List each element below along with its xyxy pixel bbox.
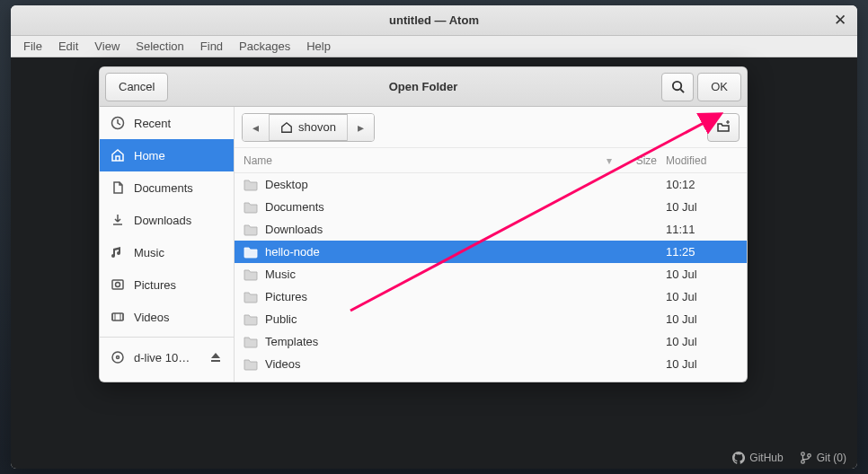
main-pane: ◂ shovon ▸ — [235, 107, 747, 382]
folder-icon — [244, 246, 258, 259]
menu-selection[interactable]: Selection — [128, 37, 190, 56]
sidebar-item-music[interactable]: Music — [100, 236, 234, 268]
close-icon[interactable]: ✕ — [834, 11, 846, 30]
file-row[interactable]: Music10 Jul — [235, 263, 747, 285]
folder-icon — [244, 268, 258, 281]
breadcrumb-current[interactable]: shovon — [270, 114, 347, 141]
file-row[interactable]: Templates10 Jul — [235, 330, 747, 353]
file-modified: 11:11 — [666, 223, 738, 236]
sidebar-item-volume[interactable]: d-live 10… — [100, 341, 234, 373]
file-row[interactable]: Downloads11:11 — [235, 218, 747, 241]
status-git-label: Git (0) — [817, 452, 846, 464]
file-modified: 10 Jul — [666, 290, 738, 303]
sidebar-item-label: d-live 10… — [134, 351, 190, 364]
folder-icon — [244, 358, 258, 371]
home-icon — [280, 121, 293, 134]
videos-icon — [111, 310, 125, 324]
file-name: Music — [265, 268, 296, 281]
sidebar-separator — [100, 337, 234, 338]
dialog-header: Cancel Open Folder OK — [100, 67, 747, 107]
sidebar-item-pictures[interactable]: Pictures — [100, 268, 234, 301]
folder-icon — [244, 291, 258, 303]
sidebar-item-home[interactable]: Home — [100, 139, 234, 171]
list-header: Name▾ Size Modified — [235, 148, 747, 173]
file-modified: 10:12 — [666, 178, 738, 191]
clock-icon — [111, 116, 125, 130]
path-nav: ◂ shovon ▸ — [242, 113, 375, 142]
status-github[interactable]: GitHub — [732, 452, 783, 464]
titlebar-title: untitled — Atom — [389, 13, 479, 27]
sidebar-item-downloads[interactable]: Downloads — [100, 204, 234, 236]
nav-forward-button[interactable]: ▸ — [347, 114, 374, 141]
svg-rect-5 — [112, 313, 123, 320]
editor-area: Cancel Open Folder OK Recent — [11, 57, 857, 447]
search-button[interactable] — [661, 73, 694, 101]
titlebar: untitled — Atom ✕ — [11, 5, 857, 36]
column-name[interactable]: Name▾ — [244, 154, 612, 167]
nav-back-button[interactable]: ◂ — [243, 114, 270, 141]
downloads-icon — [111, 213, 125, 227]
file-row[interactable]: Pictures10 Jul — [235, 285, 747, 308]
sidebar-item-recent[interactable]: Recent — [100, 107, 234, 139]
file-row[interactable]: Desktop10:12 — [235, 173, 747, 196]
eject-icon[interactable] — [208, 350, 223, 364]
file-modified: 11:25 — [666, 245, 738, 259]
file-name: Desktop — [265, 178, 308, 191]
app-window: untitled — Atom ✕ File Edit View Selecti… — [11, 5, 857, 469]
sidebar-item-documents[interactable]: Documents — [100, 171, 234, 204]
svg-line-1 — [680, 89, 684, 92]
git-branch-icon — [800, 452, 812, 464]
new-folder-button[interactable] — [707, 113, 740, 142]
menu-find[interactable]: Find — [193, 37, 230, 56]
pictures-icon — [111, 277, 125, 292]
svg-point-0 — [673, 82, 681, 90]
breadcrumb-label: shovon — [298, 120, 336, 134]
svg-point-4 — [116, 283, 120, 287]
file-modified: 10 Jul — [666, 357, 738, 371]
folder-icon — [244, 201, 258, 214]
places-sidebar: Recent Home Documents Downloads — [100, 107, 235, 382]
menu-file[interactable]: File — [16, 37, 49, 56]
file-row[interactable]: Documents10 Jul — [235, 196, 747, 218]
music-icon — [111, 245, 125, 259]
disc-icon — [111, 350, 125, 364]
svg-rect-3 — [112, 280, 123, 289]
sidebar-item-label: Recent — [134, 117, 171, 130]
folder-icon — [244, 313, 258, 326]
sidebar-item-label: Downloads — [134, 214, 191, 227]
file-row[interactable]: Videos10 Jul — [235, 353, 747, 375]
file-list[interactable]: Name▾ Size Modified Desktop10:12Document… — [235, 148, 747, 382]
file-name: Public — [265, 312, 297, 326]
file-name: hello-node — [265, 245, 320, 259]
column-modified[interactable]: Modified — [666, 154, 738, 167]
folder-icon — [244, 179, 258, 191]
menu-view[interactable]: View — [87, 37, 127, 56]
menu-packages[interactable]: Packages — [232, 37, 297, 56]
file-name: Videos — [265, 357, 301, 371]
dialog-body: Recent Home Documents Downloads — [100, 107, 747, 382]
status-git[interactable]: Git (0) — [800, 452, 846, 464]
file-name: Pictures — [265, 290, 307, 303]
file-row[interactable]: hello-node11:25 — [235, 241, 747, 263]
folder-icon — [244, 336, 258, 348]
file-modified: 10 Jul — [666, 200, 738, 214]
dialog-title: Open Folder — [389, 80, 458, 93]
file-name: Downloads — [265, 223, 323, 236]
file-row[interactable]: Public10 Jul — [235, 308, 747, 330]
sidebar-item-label: Pictures — [134, 278, 176, 292]
file-name: Templates — [265, 335, 318, 348]
column-size[interactable]: Size — [612, 154, 666, 167]
sidebar-item-label: Home — [134, 149, 165, 162]
sidebar-item-videos[interactable]: Videos — [100, 301, 234, 333]
menu-help[interactable]: Help — [299, 37, 338, 56]
sidebar-item-label: Documents — [134, 181, 193, 195]
cancel-button[interactable]: Cancel — [105, 73, 168, 101]
menubar: File Edit View Selection Find Packages H… — [11, 36, 857, 57]
status-github-label: GitHub — [749, 452, 783, 464]
search-icon — [671, 80, 685, 93]
ok-button[interactable]: OK — [697, 73, 741, 101]
sidebar-item-label: Videos — [134, 311, 170, 324]
file-modified: 10 Jul — [666, 268, 738, 281]
menu-edit[interactable]: Edit — [51, 37, 85, 56]
svg-point-11 — [807, 454, 810, 458]
